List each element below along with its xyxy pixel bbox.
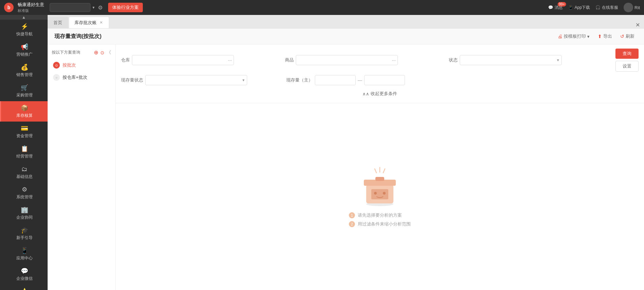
warehouse-dots[interactable]: ··· xyxy=(228,57,232,63)
range-dash: — xyxy=(358,78,362,83)
query-button[interactable]: 查询 xyxy=(615,49,639,59)
app-download-button[interactable]: 📱 App下载 xyxy=(568,5,590,11)
filter-actions: 查询 设置 xyxy=(615,49,639,72)
filter-row-1: 仓库 ··· 商品 ··· xyxy=(121,49,639,72)
page-title: 现存量查询(按批次) xyxy=(54,33,102,40)
plan-warehouse-batch-label: 按仓库+批次 xyxy=(63,74,87,80)
sidebar-item-member[interactable]: ⭐ 畅会员 xyxy=(0,285,48,290)
inventory-qty-from[interactable] xyxy=(315,75,356,85)
collapse-label: 收起更多条件 xyxy=(371,91,397,97)
filter-section: 仓库 ··· 商品 ··· xyxy=(116,44,644,103)
left-panel: 按以下方案查询 ⊕ ⊙ 《 ⊙ 按批次 ○ 按仓库+批次 xyxy=(48,44,116,290)
product-input[interactable] xyxy=(296,55,398,65)
apps-icon: 📱 xyxy=(21,247,28,254)
plan-warehouse-batch-icon: ○ xyxy=(53,74,60,81)
topbar-gear-icon[interactable]: ⚙ xyxy=(98,4,103,11)
sales-icon: 💰 xyxy=(21,64,28,71)
left-panel-header: 按以下方案查询 ⊕ ⊙ 《 xyxy=(48,47,115,58)
settings-plan-button[interactable]: ⊙ xyxy=(100,50,104,55)
guide-icon: 🎓 xyxy=(21,226,28,234)
sidebar-item-marketing[interactable]: 📢 营销推广 xyxy=(0,40,48,60)
experience-button[interactable]: 体验行业方案 xyxy=(108,3,143,12)
sidebar-item-enterprise[interactable]: 🏢 企业协同 xyxy=(0,203,48,223)
tab-bar: 首页 库存批次账 ✕ ✕ xyxy=(48,15,644,29)
settings-button[interactable]: 设置 xyxy=(615,61,639,72)
sidebar-item-sales-label: 销售管理 xyxy=(16,72,33,78)
enterprise-icon: 🏢 xyxy=(21,206,28,214)
sidebar-item-system[interactable]: ⚙ 系统管理 xyxy=(0,183,48,203)
export-button[interactable]: ⬆ 导出 xyxy=(595,32,615,41)
warehouse-filter: 仓库 ··· xyxy=(121,55,279,65)
sidebar-item-apps[interactable]: 📱 应用中心 xyxy=(0,244,48,264)
collapse-button[interactable]: ∧∧ 收起更多条件 xyxy=(362,89,397,99)
warehouse-label: 仓库 xyxy=(121,57,130,63)
sidebar-item-guide-label: 新手引导 xyxy=(16,235,33,241)
sidebar: ▲ ⚡ 快捷导航 📢 营销推广 💰 销售管理 🛒 采购管理 📦 库存核算 💳 资… xyxy=(0,15,48,290)
page-header: 现存量查询(按批次) 🖨 按模板打印 ▾ ⬆ 导出 ↺ 刷新 xyxy=(48,29,644,44)
warehouse-input[interactable] xyxy=(132,55,234,65)
member-icon: ⭐ xyxy=(21,288,28,290)
sidebar-item-inventory-label: 库存核算 xyxy=(16,113,33,119)
messages-badge: 99+ xyxy=(558,2,566,6)
collapse-icon: ∧∧ xyxy=(362,91,369,96)
wechat-icon: 💬 xyxy=(21,267,28,275)
right-panel: 仓库 ··· 商品 ··· xyxy=(116,44,644,290)
user-area[interactable]: Rit xyxy=(624,3,640,12)
sidebar-item-sales[interactable]: 💰 销售管理 xyxy=(0,60,48,81)
tab-close-button[interactable]: ✕ xyxy=(99,20,103,25)
status-select[interactable] xyxy=(460,55,562,65)
search-input[interactable] xyxy=(50,3,90,12)
sidebar-item-wechat[interactable]: 💬 企业微信 xyxy=(0,264,48,285)
empty-svg xyxy=(358,166,402,207)
inventory-status-label: 现存量状态 xyxy=(121,77,143,83)
sidebar-item-marketing-label: 营销推广 xyxy=(16,52,33,57)
sidebar-item-basics[interactable]: 🗂 基础信息 xyxy=(0,162,48,183)
tab-inventory-batch-label: 库存批次账 xyxy=(74,20,97,26)
collapse-row: ∧∧ 收起更多条件 xyxy=(121,89,639,99)
chevron-down-icon[interactable]: ▾ xyxy=(92,5,95,10)
print-button[interactable]: 🖨 按模板打印 ▾ xyxy=(555,32,592,41)
tab-home[interactable]: 首页 xyxy=(48,17,68,28)
sidebar-item-finance-label: 资金管理 xyxy=(16,133,33,139)
operation-icon: 📋 xyxy=(21,145,28,152)
sidebar-item-enterprise-label: 企业协同 xyxy=(16,215,33,220)
system-icon: ⚙ xyxy=(22,186,27,193)
sidebar-item-wechat-label: 企业微信 xyxy=(16,276,33,282)
status-select-wrap: ▾ xyxy=(460,55,562,65)
tab-bar-close-button[interactable]: ✕ xyxy=(631,22,644,28)
sidebar-item-inventory[interactable]: 📦 库存核算 xyxy=(0,101,48,122)
inventory-qty-to[interactable] xyxy=(364,75,405,85)
empty-hint-1: 1 请先选择要分析的方案 xyxy=(349,212,411,218)
sidebar-item-operation-label: 经营管理 xyxy=(16,154,33,159)
product-dots[interactable]: ··· xyxy=(392,57,396,63)
sidebar-item-system-label: 系统管理 xyxy=(16,195,33,200)
empty-illustration xyxy=(358,166,402,207)
filter-row-2: 现存量状态 ▾ 现存量（主） — xyxy=(121,75,639,85)
sidebar-item-guide[interactable]: 🎓 新手引导 xyxy=(0,223,48,244)
svg-line-7 xyxy=(375,169,376,173)
online-service-button[interactable]: 🎧 在线客服 xyxy=(595,5,618,11)
hint-text-2: 用过滤条件来缩小分析范围 xyxy=(358,221,411,227)
online-service-label: 在线客服 xyxy=(602,5,618,11)
sidebar-item-quick-nav[interactable]: ⚡ 快捷导航 xyxy=(0,20,48,40)
plan-item-warehouse-batch[interactable]: ○ 按仓库+批次 xyxy=(48,71,115,84)
tab-inventory-batch[interactable]: 库存批次账 ✕ xyxy=(69,17,109,28)
print-icon: 🖨 xyxy=(558,34,562,39)
messages-button[interactable]: 💬 消息 99+ xyxy=(548,5,563,11)
warehouse-input-wrap: ··· xyxy=(132,55,234,65)
inventory-status-select[interactable] xyxy=(145,75,247,85)
sidebar-scroll-up[interactable]: ▲ xyxy=(0,15,48,20)
finance-icon: 💳 xyxy=(21,125,28,132)
sidebar-item-purchase[interactable]: 🛒 采购管理 xyxy=(0,81,48,101)
sidebar-item-finance[interactable]: 💳 资金管理 xyxy=(0,122,48,142)
sidebar-item-basics-label: 基础信息 xyxy=(16,174,33,180)
sidebar-item-operation[interactable]: 📋 经营管理 xyxy=(0,142,48,162)
plan-item-batch[interactable]: ⊙ 按批次 xyxy=(48,59,115,71)
collapse-panel-button[interactable]: 《 xyxy=(106,50,111,56)
left-panel-title: 按以下方案查询 xyxy=(52,50,80,55)
print-label: 按模板打印 xyxy=(564,33,586,39)
refresh-icon: ↺ xyxy=(620,34,624,39)
logo: b xyxy=(4,3,14,12)
add-plan-button[interactable]: ⊕ xyxy=(94,49,98,56)
refresh-button[interactable]: ↺ 刷新 xyxy=(617,32,637,41)
